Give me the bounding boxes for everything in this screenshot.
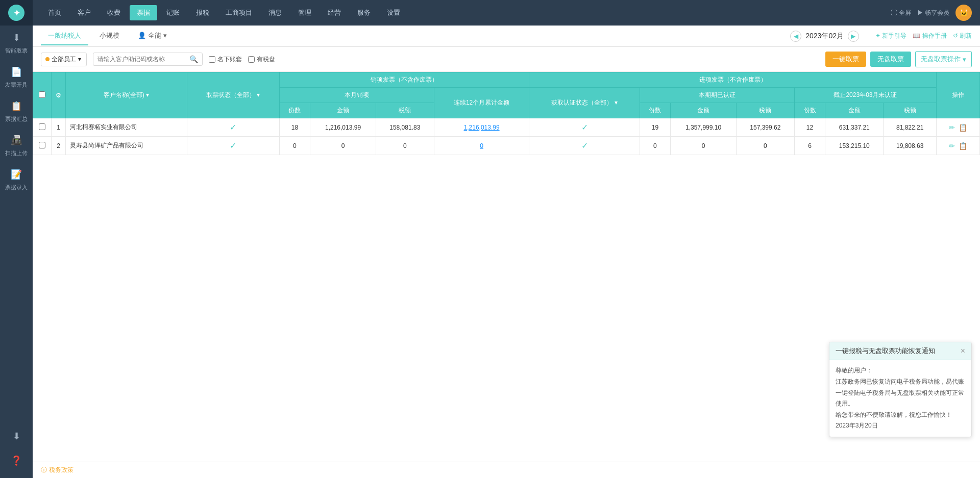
- row-count: 18: [279, 118, 310, 137]
- main-table: ⚙ 客户名称(全部) ▾ 取票状态（全部） ▾ 销项发票（不含作废票） 进项发票…: [33, 72, 980, 155]
- tab-all[interactable]: 👤 全能 ▾: [131, 27, 174, 45]
- new-guide-btn[interactable]: ✦ 新手引导: [875, 32, 906, 40]
- row-select-checkbox[interactable]: [39, 123, 45, 130]
- table-row: 2 灵寿县尚泽矿产品有限公司 ✓ 0 0 0 0 ✓ 0 0 0 6 153,2…: [33, 137, 980, 155]
- th-sales-tax: 税额: [376, 103, 434, 118]
- nav-business[interactable]: 工商项目: [218, 5, 259, 20]
- customer-filter-icon[interactable]: ▾: [146, 91, 149, 98]
- tab-small-scale[interactable]: 小规模: [92, 27, 127, 45]
- manual-btn[interactable]: 📖 操作手册: [913, 32, 946, 40]
- smart-fetch-icon: ⬇: [9, 31, 23, 45]
- nav-manage[interactable]: 管理: [291, 5, 318, 20]
- sidebar-item-download[interactable]: ⬇: [0, 424, 33, 448]
- sidebar-item-help[interactable]: ❓: [0, 448, 33, 473]
- th-cert-tax: 税额: [736, 103, 794, 118]
- employee-arrow: ▾: [78, 56, 81, 63]
- th-sales-count: 份数: [279, 103, 310, 118]
- onekey-fetch-btn[interactable]: 一键取票: [825, 52, 866, 67]
- search-input[interactable]: [97, 56, 189, 63]
- certify-filter-icon[interactable]: ▾: [615, 99, 618, 106]
- bottom-bar: ⓘ 税务政策: [33, 462, 980, 478]
- sidebar-item-smart-fetch[interactable]: ⬇ 智能取票: [0, 26, 33, 60]
- info-icon: ⓘ: [41, 466, 47, 474]
- filter-right-btns: 一键取票 无盘取票 无盘取票操作 ▾: [825, 51, 972, 67]
- edit-icon[interactable]: ✏: [949, 142, 955, 150]
- th-cumulative: 连续12个月累计金额: [434, 88, 529, 118]
- notification-title: 一键报税与无盘取票功能恢复通知: [836, 346, 935, 356]
- nav-message[interactable]: 消息: [261, 5, 289, 20]
- row-uncert-amount: 153,215.10: [825, 137, 884, 155]
- scan-upload-icon: 📠: [9, 133, 23, 147]
- edit-icon[interactable]: ✏: [949, 123, 955, 132]
- search-icon[interactable]: 🔍: [189, 55, 198, 63]
- filter-bar: 全部员工 ▾ 🔍 名下账套 有税盘 一键取票 无盘取票 无盘取票操作 ▾: [33, 47, 980, 72]
- refresh-btn[interactable]: ↺ 刷新: [953, 32, 972, 40]
- row-cert-tax: 157,399.62: [736, 118, 794, 137]
- th-cert-amount: 金额: [671, 103, 737, 118]
- row-tax: 158,081.83: [376, 118, 434, 137]
- nav-invoice[interactable]: 票据: [130, 5, 157, 20]
- checkbox-has-disk[interactable]: 有税盘: [248, 55, 275, 64]
- notification-body: 尊敬的用户：江苏政务网已恢复访问电子税务局功能，易代账一键登陆电子税务局与无盘取…: [829, 360, 971, 437]
- sidebar-item-label: 票据录入: [5, 184, 28, 191]
- notification-popup: 一键报税与无盘取票功能恢复通知 × 尊敬的用户：江苏政务网已恢复访问电子税务局功…: [829, 342, 972, 437]
- th-cert-count: 份数: [640, 103, 671, 118]
- select-all-checkbox[interactable]: [39, 91, 45, 98]
- nav-tax[interactable]: 报税: [189, 5, 216, 20]
- row-customer: 河北柯赛柘实业有限公司: [66, 118, 187, 137]
- nav-customer[interactable]: 客户: [70, 5, 98, 20]
- employee-select[interactable]: 全部员工 ▾: [41, 53, 87, 66]
- nav-receivable[interactable]: 收费: [100, 5, 128, 20]
- tab-general-taxpayer[interactable]: 一般纳税人: [41, 27, 88, 45]
- download-icon: ⬇: [9, 429, 23, 443]
- has-disk-checkbox[interactable]: [248, 56, 255, 63]
- row-amount: 0: [310, 137, 376, 155]
- row-no: 2: [52, 137, 66, 155]
- nav-accounting[interactable]: 记账: [159, 5, 187, 20]
- th-customer: 客户名称(全部) ▾: [66, 72, 187, 118]
- row-count: 0: [279, 137, 310, 155]
- prev-month-btn[interactable]: ◀: [790, 31, 801, 42]
- row-checkbox[interactable]: [33, 137, 52, 155]
- row-select-checkbox[interactable]: [39, 142, 45, 148]
- notification-close-btn[interactable]: ×: [961, 346, 965, 356]
- row-cumulative: 0: [434, 137, 529, 155]
- view-icon[interactable]: 📋: [959, 142, 967, 150]
- nav-service[interactable]: 服务: [350, 5, 378, 20]
- fullscreen-btn[interactable]: ⛶ 全屏: [891, 9, 911, 17]
- invoice-open-icon: 📄: [9, 65, 23, 79]
- month-label: 2023年02月: [805, 32, 844, 41]
- nav-operation[interactable]: 经营: [321, 5, 348, 20]
- tax-policy-link[interactable]: ⓘ 税务政策: [41, 466, 74, 474]
- next-month-btn[interactable]: ▶: [848, 31, 859, 42]
- view-icon[interactable]: 📋: [959, 123, 967, 132]
- th-purchase-group: 进项发票（不含作废票）: [529, 72, 937, 88]
- member-btn[interactable]: ▶ 畅享会员: [917, 9, 949, 17]
- my-accounts-checkbox[interactable]: [209, 56, 215, 63]
- month-nav: ◀ 2023年02月 ▶: [790, 31, 859, 42]
- row-certify-status: ✓: [529, 137, 640, 155]
- nodisk-ops-btn[interactable]: 无盘取票操作 ▾: [915, 51, 972, 67]
- sidebar: ✦ ⬇ 智能取票 📄 发票开具 📋 票据汇总 📠 扫描上传 📝 票据录入 ⬇ ❓: [0, 0, 33, 478]
- sidebar-item-label: 智能取票: [5, 47, 28, 55]
- sidebar-item-scan-upload[interactable]: 📠 扫描上传: [0, 128, 33, 162]
- checkbox-my-accounts[interactable]: 名下账套: [209, 55, 242, 64]
- fetch-status-arrow[interactable]: ▾: [257, 91, 260, 98]
- th-uncert-tax: 税额: [884, 103, 937, 118]
- th-sales-amount: 金额: [310, 103, 376, 118]
- row-uncert-tax: 19,808.63: [884, 137, 937, 155]
- user-avatar[interactable]: 🐱: [955, 5, 972, 21]
- th-certify-status: 获取认证状态（全部） ▾: [529, 88, 640, 118]
- ops-arrow-icon: ▾: [963, 56, 966, 63]
- notification-header: 一键报税与无盘取票功能恢复通知 ×: [829, 342, 971, 360]
- nodisk-fetch-btn[interactable]: 无盘取票: [870, 52, 911, 67]
- tab-right-actions: ✦ 新手引导 📖 操作手册 ↺ 刷新: [875, 32, 972, 40]
- sidebar-item-data-entry[interactable]: 📝 票据录入: [0, 162, 33, 196]
- nav-settings[interactable]: 设置: [380, 5, 407, 20]
- data-entry-icon: 📝: [9, 167, 23, 182]
- sidebar-item-invoice-summary[interactable]: 📋 票据汇总: [0, 94, 33, 128]
- nav-home[interactable]: 首页: [41, 5, 68, 20]
- row-action: ✏ 📋: [937, 118, 980, 137]
- sidebar-item-invoice-open[interactable]: 📄 发票开具: [0, 60, 33, 94]
- row-checkbox[interactable]: [33, 118, 52, 137]
